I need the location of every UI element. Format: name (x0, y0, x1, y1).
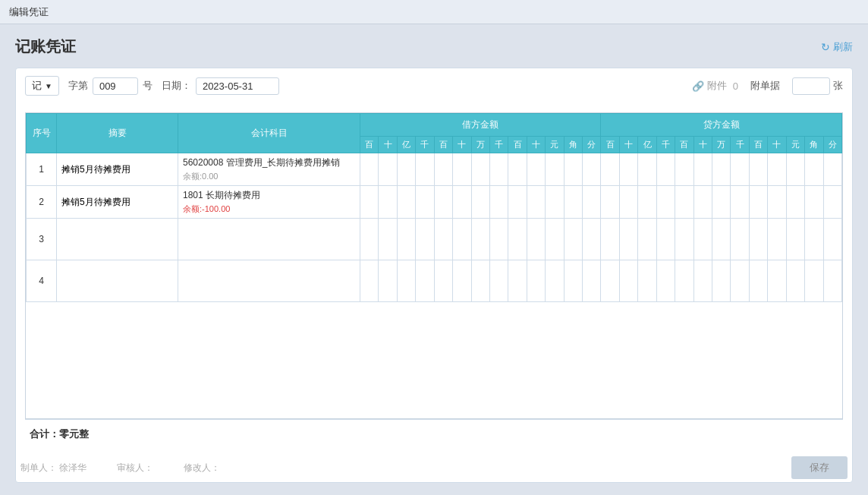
row4-d12[interactable] (564, 260, 582, 302)
row2-d11[interactable] (546, 186, 564, 219)
row1-c2[interactable] (619, 153, 637, 186)
row2-c12[interactable] (805, 186, 823, 219)
row2-d9[interactable] (508, 186, 527, 219)
row4-d1[interactable] (360, 260, 379, 302)
row2-c7[interactable] (712, 186, 731, 219)
row2-d3[interactable] (397, 186, 415, 219)
row1-d10[interactable] (527, 153, 545, 186)
row3-d7[interactable] (471, 219, 489, 260)
row3-c6[interactable] (693, 219, 712, 260)
row3-d10[interactable] (527, 219, 545, 260)
row1-c12[interactable] (805, 153, 823, 186)
row1-d11[interactable] (546, 153, 564, 186)
row3-c3[interactable] (638, 219, 656, 260)
row1-c7[interactable] (712, 153, 731, 186)
row4-d6[interactable] (453, 260, 471, 302)
row3-d3[interactable] (397, 219, 415, 260)
row1-c8[interactable] (731, 153, 749, 186)
row2-d6[interactable] (453, 186, 471, 219)
row3-c4[interactable] (656, 219, 675, 260)
row2-c6[interactable] (693, 186, 712, 219)
row3-c8[interactable] (731, 219, 749, 260)
row2-d12[interactable] (564, 186, 582, 219)
row2-c11[interactable] (786, 186, 804, 219)
row1-d9[interactable] (508, 153, 527, 186)
row2-d5[interactable] (434, 186, 452, 219)
row1-d4[interactable] (416, 153, 434, 186)
row2-account[interactable]: 1801 长期待摊费用 余额:-100.00 (178, 186, 360, 219)
row1-c3[interactable] (638, 153, 656, 186)
row1-d5[interactable] (434, 153, 452, 186)
row2-d8[interactable] (489, 186, 508, 219)
zhang-input[interactable] (792, 77, 830, 95)
row3-c11[interactable] (786, 219, 804, 260)
row3-d1[interactable] (360, 219, 379, 260)
row4-d4[interactable] (416, 260, 434, 302)
row2-d1[interactable] (360, 186, 379, 219)
row3-c1[interactable] (601, 219, 619, 260)
row3-c9[interactable] (749, 219, 767, 260)
zi-di-input[interactable] (93, 77, 138, 95)
row4-c10[interactable] (768, 260, 786, 302)
row4-d7[interactable] (471, 260, 489, 302)
row3-d5[interactable] (434, 219, 452, 260)
row4-d5[interactable] (434, 260, 452, 302)
row3-summary[interactable] (57, 219, 178, 260)
row1-c4[interactable] (656, 153, 675, 186)
row4-c11[interactable] (786, 260, 804, 302)
row4-c12[interactable] (805, 260, 823, 302)
row3-d4[interactable] (416, 219, 434, 260)
row3-account[interactable] (178, 219, 360, 260)
row1-c6[interactable] (693, 153, 712, 186)
row4-c3[interactable] (638, 260, 656, 302)
row1-d6[interactable] (453, 153, 471, 186)
row1-d12[interactable] (564, 153, 582, 186)
row1-c10[interactable] (768, 153, 786, 186)
row2-c3[interactable] (638, 186, 656, 219)
row2-d4[interactable] (416, 186, 434, 219)
row1-d13[interactable] (583, 153, 601, 186)
row3-c13[interactable] (823, 219, 841, 260)
row1-c5[interactable] (675, 153, 693, 186)
row2-c13[interactable] (823, 186, 841, 219)
row1-d8[interactable] (489, 153, 508, 186)
row1-d3[interactable] (397, 153, 415, 186)
row3-d6[interactable] (453, 219, 471, 260)
row2-d13[interactable] (583, 186, 601, 219)
row1-d2[interactable] (379, 153, 397, 186)
row3-d8[interactable] (489, 219, 508, 260)
row3-d12[interactable] (564, 219, 582, 260)
row1-c9[interactable] (749, 153, 767, 186)
row4-d13[interactable] (583, 260, 601, 302)
row3-c2[interactable] (619, 219, 637, 260)
row4-c1[interactable] (601, 260, 619, 302)
row1-c13[interactable] (823, 153, 841, 186)
row1-c11[interactable] (786, 153, 804, 186)
row4-c9[interactable] (749, 260, 767, 302)
row4-c2[interactable] (619, 260, 637, 302)
row2-d10[interactable] (527, 186, 545, 219)
row4-c13[interactable] (823, 260, 841, 302)
row4-d10[interactable] (527, 260, 545, 302)
row4-d9[interactable] (508, 260, 527, 302)
row2-c9[interactable] (749, 186, 767, 219)
row2-summary[interactable]: 摊销5月待摊费用 (57, 186, 178, 219)
row2-c4[interactable] (656, 186, 675, 219)
row4-d2[interactable] (379, 260, 397, 302)
row4-c8[interactable] (731, 260, 749, 302)
table-scroll[interactable]: 序号 摘要 会计科目 借方金额 贷方金额 百 十 亿 千 (25, 112, 843, 419)
row1-c1[interactable] (601, 153, 619, 186)
row4-c7[interactable] (712, 260, 731, 302)
save-button[interactable]: 保存 (791, 456, 848, 479)
row2-c5[interactable] (675, 186, 693, 219)
row4-summary[interactable] (57, 260, 178, 302)
row2-d7[interactable] (471, 186, 489, 219)
row4-account[interactable] (178, 260, 360, 302)
row3-c5[interactable] (675, 219, 693, 260)
refresh-button[interactable]: ↻ 刷新 (821, 40, 853, 54)
row2-c10[interactable] (768, 186, 786, 219)
row3-d11[interactable] (546, 219, 564, 260)
row1-account[interactable]: 56020008 管理费用_长期待摊费用摊销 余额:0.00 (178, 153, 360, 186)
row4-c5[interactable] (675, 260, 693, 302)
row4-d8[interactable] (489, 260, 508, 302)
